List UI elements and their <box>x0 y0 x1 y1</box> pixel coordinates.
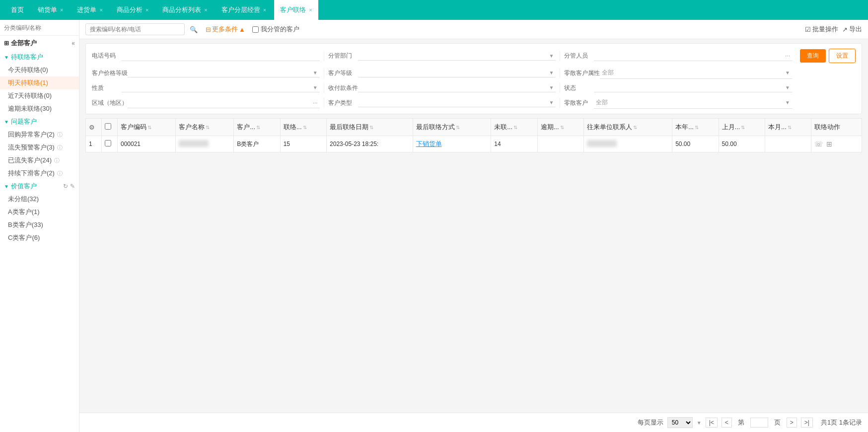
chevron-down-footer-icon: ▼ <box>697 420 702 426</box>
cell-overdue <box>537 136 583 152</box>
sidebar-all-customers[interactable]: ⊞ 全部客户 « <box>0 36 79 51</box>
filter-label-customer-type: 客户类型 <box>328 99 358 107</box>
sidebar-group-label-problem[interactable]: ▼ 问题客户 <box>0 115 79 128</box>
sidebar-item-churned[interactable]: 已流失客户(24) ⓘ <box>0 154 79 167</box>
col-no-contact[interactable]: 未联... ⇅ <box>491 119 537 136</box>
qr-icon[interactable]: ⊞ <box>826 140 832 148</box>
last-contact-link[interactable]: 下销货单 <box>416 140 442 147</box>
nav-customer-contact[interactable]: 客户联络 × <box>274 0 318 20</box>
filter-customer-type-select[interactable]: ▼ <box>358 98 556 107</box>
next-page-button[interactable]: > <box>787 418 797 428</box>
close-product-analysis-icon[interactable]: × <box>145 7 148 13</box>
filter-phone-input[interactable] <box>122 51 320 61</box>
close-customer-contact-icon[interactable]: × <box>309 7 312 13</box>
filter-customer-type: 客户类型 ▼ <box>328 98 556 107</box>
sidebar-group-label-pending[interactable]: ▼ 待联络客户 <box>0 51 79 64</box>
close-product-list-icon[interactable]: × <box>204 7 207 13</box>
select-all-checkbox[interactable] <box>105 123 111 130</box>
filter-dept-select[interactable]: ▼ <box>358 52 556 61</box>
nav-product-analysis[interactable]: 商品分析 × <box>111 0 154 20</box>
person-dots-button[interactable]: ··· <box>785 52 790 59</box>
col-checkbox <box>102 119 118 136</box>
col-last-contact-date[interactable]: 最后联络日期 ⇅ <box>327 119 413 136</box>
refresh-icon[interactable]: ↻ <box>63 183 68 190</box>
sidebar-item-c-class[interactable]: C类客户(6) <box>0 231 79 244</box>
sidebar-item-a-class[interactable]: A类客户(1) <box>0 206 79 218</box>
nav-home[interactable]: 首页 <box>5 0 30 20</box>
my-customers-checkbox[interactable] <box>252 26 259 33</box>
sidebar-group-label-value[interactable]: ▼ 价值客户 ↻ ✎ <box>0 180 79 193</box>
sidebar-group-value: ▼ 价值客户 ↻ ✎ 未分组(32) A类客户(1) B类客户(33) C类客户… <box>0 180 79 244</box>
sidebar-item-declining[interactable]: 持续下滑客户(2) ⓘ <box>0 167 79 180</box>
col-customer-type[interactable]: 客户... ⇅ <box>234 119 280 136</box>
top-navigation: 首页 销货单 × 进货单 × 商品分析 × 商品分析列表 × 客户分层经营 × … <box>0 0 868 20</box>
col-this-month[interactable]: 本月... ⇅ <box>765 119 811 136</box>
col-overdue[interactable]: 逾期... ⇅ <box>537 119 583 136</box>
page-number-input[interactable]: 1 <box>750 418 768 428</box>
search-input[interactable] <box>85 23 185 35</box>
col-contacts[interactable]: 联络... ⇅ <box>280 119 326 136</box>
sidebar-item-ungrouped[interactable]: 未分组(32) <box>0 193 79 206</box>
nav-sales[interactable]: 销货单 × <box>32 0 69 20</box>
col-customer-name[interactable]: 客户名称 ⇅ <box>176 119 234 136</box>
sidebar-item-7days[interactable]: 近7天待联络(0) <box>0 89 79 102</box>
sort-icon-no-contact: ⇅ <box>513 125 517 130</box>
col-last-contact-method[interactable]: 最后联络方式 ⇅ <box>413 119 491 136</box>
filter-action-buttons: 查询 设置 <box>800 49 856 63</box>
filter-label-status: 状态 <box>564 84 594 92</box>
last-page-button[interactable]: >| <box>801 418 813 428</box>
filter-customer-grade-select[interactable]: ▼ <box>358 69 556 77</box>
filter-row-2: 客户价格等级 ▼ 客户等级 ▼ 零散客户属性 <box>92 67 856 79</box>
export-button[interactable]: ↗ 导出 <box>842 25 862 34</box>
sidebar-item-churn-warning[interactable]: 流失预警客户(3) ⓘ <box>0 141 79 154</box>
gear-icon[interactable]: ⚙ <box>89 124 95 131</box>
filter-label-customer-grade: 客户等级 <box>328 69 358 77</box>
query-button[interactable]: 查询 <box>800 49 826 63</box>
prev-page-button[interactable]: < <box>722 418 732 428</box>
col-company-contact[interactable]: 往来单位联系人 ⇅ <box>584 119 672 136</box>
sort-icon-contacts: ⇅ <box>303 125 307 130</box>
batch-operation-button[interactable]: ☑ 批量操作 <box>805 25 838 34</box>
filter-retail-attr-select[interactable]: 全部 ▼ <box>600 67 792 79</box>
table-wrapper: ⚙ 客户编码 ⇅ 客户名称 <box>79 118 868 413</box>
filter-nature-select[interactable]: ▼ <box>122 83 320 92</box>
col-last-month[interactable]: 上月... ⇅ <box>719 119 765 136</box>
filter-region: 区域（地区） ··· <box>92 98 320 108</box>
filter-retail-customer-select[interactable]: 全部 ▼ <box>594 97 792 109</box>
edit-icon[interactable]: ✎ <box>70 183 75 190</box>
sidebar-search-input[interactable] <box>4 24 78 31</box>
page-label: 第 <box>738 418 744 427</box>
search-button[interactable]: 🔍 <box>189 25 199 34</box>
filter-status-select[interactable]: ▼ <box>594 83 792 92</box>
sidebar-item-tomorrow[interactable]: 明天待联络(1) <box>0 76 79 89</box>
phone-icon[interactable]: ☏ <box>814 140 823 148</box>
filter-price-grade-select[interactable]: ▼ <box>128 69 320 77</box>
sidebar-item-overdue[interactable]: 逾期未联络(30) <box>0 102 79 115</box>
close-customer-tier-icon[interactable]: × <box>263 7 266 13</box>
collapse-icon[interactable]: « <box>72 40 75 47</box>
nav-purchase[interactable]: 进货单 × <box>71 0 108 20</box>
sidebar-item-abnormal-purchase[interactable]: 回购异常客户(2) ⓘ <box>0 128 79 141</box>
filter-payment-terms-select[interactable]: ▼ <box>358 83 556 92</box>
row-checkbox[interactable] <box>105 140 111 146</box>
col-customer-code[interactable]: 客户编码 ⇅ <box>118 119 176 136</box>
nav-customer-tier[interactable]: 客户分层经营 × <box>216 0 272 20</box>
close-purchase-icon[interactable]: × <box>99 7 102 13</box>
first-page-button[interactable]: |< <box>706 418 718 428</box>
sidebar-item-today[interactable]: 今天待联络(0) <box>0 64 79 76</box>
filter-more-button[interactable]: ⊟ 更多条件 ▲ <box>203 23 248 36</box>
region-dots-button[interactable]: ··· <box>313 99 318 106</box>
nav-product-analysis-list[interactable]: 商品分析列表 × <box>156 0 213 20</box>
close-sales-icon[interactable]: × <box>60 7 63 13</box>
sidebar-group-pending: ▼ 待联络客户 今天待联络(0) 明天待联络(1) 近7天待联络(0) 逾期未联… <box>0 51 79 115</box>
chevron-down-icon-8: ▼ <box>549 100 554 105</box>
sort-icon-last-month: ⇅ <box>741 125 745 130</box>
chevron-down-icon-9: ▼ <box>785 100 790 105</box>
page-size-select[interactable]: 10 20 50 100 <box>667 417 693 428</box>
chevron-down-icon-7: ▼ <box>785 85 790 90</box>
my-customers-checkbox-label[interactable]: 我分管的客户 <box>252 25 299 34</box>
sidebar-item-b-class[interactable]: B类客户(33) <box>0 218 79 231</box>
setting-button[interactable]: 设置 <box>829 49 856 63</box>
sort-icon-code: ⇅ <box>147 125 151 130</box>
col-this-year[interactable]: 本年... ⇅ <box>672 119 719 136</box>
